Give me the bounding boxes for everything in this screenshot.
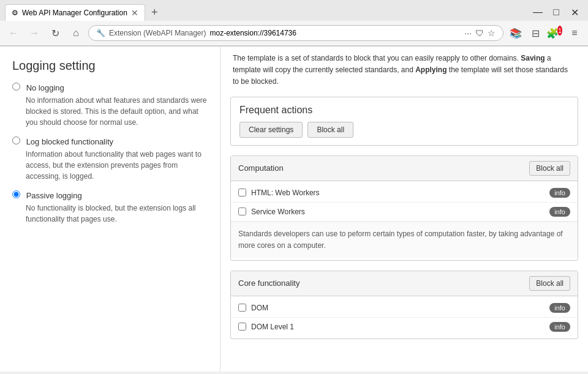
frequent-actions-buttons: Clear settings Block all	[239, 122, 569, 138]
service-workers-info-badge[interactable]: info	[549, 207, 570, 217]
notification-badge: 1	[557, 26, 562, 36]
tab-favicon: ⚙	[12, 9, 18, 17]
no-logging-label[interactable]: No logging	[12, 83, 64, 92]
refresh-button[interactable]: ↻	[47, 24, 64, 42]
frequent-actions-section: Frequent actions Clear settings Block al…	[230, 97, 578, 146]
more-icon[interactable]: ···	[464, 28, 472, 38]
log-blocked-label[interactable]: Log blocked functionality	[12, 137, 113, 146]
block-all-frequent-button[interactable]: Block all	[307, 122, 353, 138]
service-workers-checkbox[interactable]	[238, 208, 246, 215]
html-web-workers-info-badge[interactable]: info	[549, 188, 570, 198]
table-row: HTML: Web Workers info	[231, 184, 578, 203]
passive-logging-radio[interactable]	[12, 190, 20, 198]
frequent-actions-title: Frequent actions	[239, 105, 569, 116]
window-controls: — □ ✕	[529, 4, 583, 21]
html-web-workers-label: HTML: Web Workers	[251, 189, 320, 197]
log-blocked-desc: Information about functionality that web…	[26, 149, 208, 182]
menu-button[interactable]: ≡	[566, 24, 583, 42]
core-functionality-section: Core functionality Block all DOM info	[230, 271, 578, 339]
log-blocked-text: Log blocked functionality	[26, 137, 113, 146]
panel-title: Logging setting	[12, 59, 208, 73]
dom-level1-checkbox[interactable]	[238, 323, 246, 331]
right-panel-inner: The template is a set of standards to bl…	[221, 47, 588, 355]
title-bar: ⚙ Web API Manager Configuration ✕ + — □ …	[0, 0, 588, 21]
no-logging-option[interactable]: No logging	[12, 83, 208, 92]
log-blocked-radio[interactable]	[12, 137, 20, 144]
main-content: Logging setting No logging No informatio…	[0, 47, 588, 372]
addon-button[interactable]: 🧩 1	[546, 24, 564, 42]
item-left: DOM	[238, 304, 268, 312]
tab-close-button[interactable]: ✕	[131, 8, 138, 18]
url-input[interactable]	[210, 29, 461, 37]
computation-name: Computation	[238, 163, 284, 173]
active-tab[interactable]: ⚙ Web API Manager Configuration ✕	[5, 4, 145, 21]
core-functionality-block-all-button[interactable]: Block all	[529, 276, 570, 291]
table-row: Service Workers info	[231, 203, 578, 222]
log-blocked-option[interactable]: Log blocked functionality	[12, 137, 208, 146]
extension-label: Extension (WebAPI Manager)	[109, 29, 206, 37]
home-button[interactable]: ⌂	[67, 24, 85, 42]
left-panel: Logging setting No logging No informatio…	[0, 47, 221, 372]
no-logging-desc: No information about what features and s…	[26, 95, 208, 128]
browser-chrome: ⚙ Web API Manager Configuration ✕ + — □ …	[0, 0, 588, 47]
nav-bar: ← → ↻ ⌂ 🔧 Extension (WebAPI Manager) ···…	[0, 21, 588, 46]
address-bar[interactable]: 🔧 Extension (WebAPI Manager) ··· 🛡 ☆	[88, 25, 503, 41]
close-button[interactable]: ✕	[566, 4, 583, 21]
computation-items: HTML: Web Workers info Service Workers i…	[231, 181, 578, 260]
item-left: HTML: Web Workers	[238, 189, 320, 197]
toolbar-icons: 📚 ⊟ 🧩 1 ≡	[507, 24, 583, 42]
intro-text: The template is a set of standards to bl…	[230, 53, 578, 88]
library-button[interactable]: 📚	[507, 24, 524, 42]
shield-icon[interactable]: 🛡	[475, 28, 484, 38]
no-logging-text: No logging	[26, 83, 64, 92]
computation-block-all-button[interactable]: Block all	[529, 161, 570, 176]
dom-level1-info-badge[interactable]: info	[549, 322, 570, 332]
minimize-button[interactable]: —	[529, 4, 546, 21]
sidebar-button[interactable]: ⊟	[527, 24, 544, 42]
passive-logging-desc: No functionality is blocked, but the ext…	[26, 203, 208, 225]
html-web-workers-checkbox[interactable]	[238, 189, 246, 196]
dom-checkbox[interactable]	[238, 304, 246, 312]
no-logging-radio[interactable]	[12, 83, 20, 91]
table-row: DOM info	[231, 299, 578, 318]
computation-description: Standards developers can use to peform c…	[231, 222, 578, 258]
core-functionality-name: Core functionality	[238, 279, 300, 288]
extension-indicator: 🔧	[96, 29, 105, 37]
applying-bold: Applying	[415, 65, 447, 74]
tab-title: Web API Manager Configuration	[22, 9, 127, 17]
right-panel: The template is a set of standards to bl…	[221, 47, 588, 372]
saving-bold: Saving	[521, 54, 545, 62]
addon-icon: 🧩	[546, 28, 559, 39]
passive-logging-option[interactable]: Passive logging	[12, 190, 208, 200]
service-workers-label: Service Workers	[251, 208, 305, 216]
clear-settings-button[interactable]: Clear settings	[239, 122, 303, 138]
passive-logging-label[interactable]: Passive logging	[12, 191, 82, 200]
dom-label: DOM	[251, 304, 268, 312]
maximize-button[interactable]: □	[548, 4, 565, 21]
forward-button[interactable]: →	[26, 24, 43, 42]
core-functionality-header: Core functionality Block all	[231, 271, 578, 296]
new-tab-button[interactable]: +	[148, 6, 162, 19]
core-functionality-items: DOM info DOM Level 1 info	[231, 296, 578, 338]
item-left: Service Workers	[238, 208, 305, 216]
dom-level1-label: DOM Level 1	[251, 323, 294, 331]
passive-logging-text: Passive logging	[26, 191, 82, 200]
table-row: DOM Level 1 info	[231, 318, 578, 336]
bookmark-icon[interactable]: ☆	[488, 28, 496, 38]
computation-header: Computation Block all	[231, 156, 578, 181]
back-button[interactable]: ←	[5, 24, 22, 42]
address-icons: ··· 🛡 ☆	[464, 28, 496, 38]
dom-info-badge[interactable]: info	[549, 303, 570, 313]
item-left: DOM Level 1	[238, 323, 294, 331]
computation-section: Computation Block all HTML: Web Workers …	[230, 155, 578, 261]
